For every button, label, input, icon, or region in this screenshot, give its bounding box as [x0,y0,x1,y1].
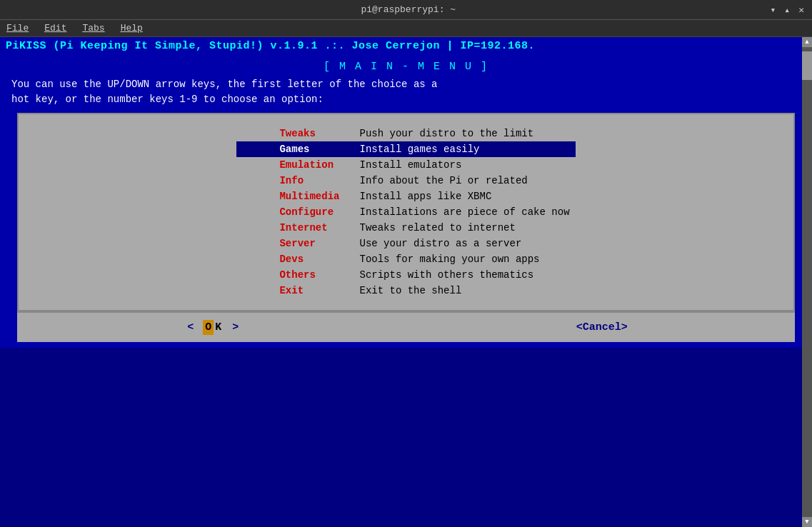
menu-help[interactable]: Help [117,21,146,35]
menu-key: Internet [236,220,354,236]
menu-desc: Exit to the shell [354,283,575,298]
scrollbar[interactable]: ▲ ▼ [802,37,812,527]
menu-key: Exit [236,283,354,298]
instruction-line2: hot key, or the number keys 1-9 to choos… [11,94,324,105]
menu-key: Multimedia [236,189,354,204]
menu-desc: Scripts with others thematics [354,267,575,283]
ok-left-angle: < [184,320,203,335]
scrollbar-up[interactable]: ▲ [802,37,812,47]
menu-key: Emulation [236,157,354,173]
menu-desc: Install games easily [354,141,575,157]
title-bar-text: pi@raspberrypi: ~ [49,4,768,15]
ok-letter-k: K [214,320,223,335]
menu-row[interactable]: ConfigureInstallations are piece of cake… [236,204,575,220]
menu-row[interactable]: DevsTools for making your own apps [236,251,575,267]
ok-right-angle: > [223,320,241,335]
menu-key: Info [236,173,354,189]
menu-desc: Installations are piece of cake now [354,204,575,220]
menu-row[interactable]: TweaksPush your distro to the limit [236,126,575,141]
menu-table: TweaksPush your distro to the limitGames… [236,126,575,298]
menu-key: Devs [236,251,354,267]
instruction-text: You can use the UP/DOWN arrow keys, the … [11,77,801,107]
menu-desc: Install emulators [354,157,575,173]
menu-desc: Use your distro as a server [354,236,575,251]
scrollbar-down[interactable]: ▼ [802,517,812,527]
title-bar-controls: ▾ ▴ ✕ [768,4,806,16]
menu-bar: File Edit Tabs Help [0,20,812,37]
minimize-button[interactable]: ▾ [768,4,778,16]
menu-desc: Info about the Pi or related [354,173,575,189]
menu-row[interactable]: InfoInfo about the Pi or related [236,173,575,189]
menu-key: Tweaks [236,126,354,141]
ok-letter-o: O [203,320,214,335]
menu-key: Games [236,141,354,157]
menu-row[interactable]: ExitExit to the shell [236,283,575,298]
title-bar: pi@raspberrypi: ~ ▾ ▴ ✕ [0,0,812,20]
menu-key: Configure [236,204,354,220]
menu-row[interactable]: OthersScripts with others thematics [236,267,575,283]
menu-row[interactable]: InternetTweaks related to internet [236,220,575,236]
instruction-line1: You can use the UP/DOWN arrow keys, the … [11,79,438,90]
cancel-button[interactable]: <Cancel> [576,321,628,333]
dialog-box: TweaksPush your distro to the limitGames… [17,113,795,311]
menu-desc: Install apps like XBMC [354,189,575,204]
menu-desc: Tools for making your own apps [354,251,575,267]
menu-row[interactable]: GamesInstall games easily [236,141,575,157]
menu-row[interactable]: ServerUse your distro as a server [236,236,575,251]
main-menu-title: [ M A I N - M E N U ] [11,61,801,73]
bottom-bar: < O K > <Cancel> [17,311,795,342]
menu-desc: Push your distro to the limit [354,126,575,141]
menu-key: Server [236,236,354,251]
menu-row[interactable]: MultimediaInstall apps like XBMC [236,189,575,204]
menu-key: Others [236,267,354,283]
terminal-bottom-space [0,348,812,383]
main-content: [ M A I N - M E N U ] You can use the UP… [0,55,812,348]
pikiss-header: PiKISS (Pi Keeping It Simple, Stupid!) v… [0,37,812,55]
menu-file[interactable]: File [3,21,32,35]
scrollbar-thumb[interactable] [802,51,812,80]
menu-desc: Tweaks related to internet [354,220,575,236]
terminal: PiKISS (Pi Keeping It Simple, Stupid!) v… [0,37,812,527]
maximize-button[interactable]: ▴ [782,4,792,16]
menu-row[interactable]: EmulationInstall emulators [236,157,575,173]
ok-button[interactable]: < O K > [184,320,241,335]
close-button[interactable]: ✕ [796,4,806,16]
menu-tabs[interactable]: Tabs [79,21,108,35]
menu-edit[interactable]: Edit [41,21,70,35]
